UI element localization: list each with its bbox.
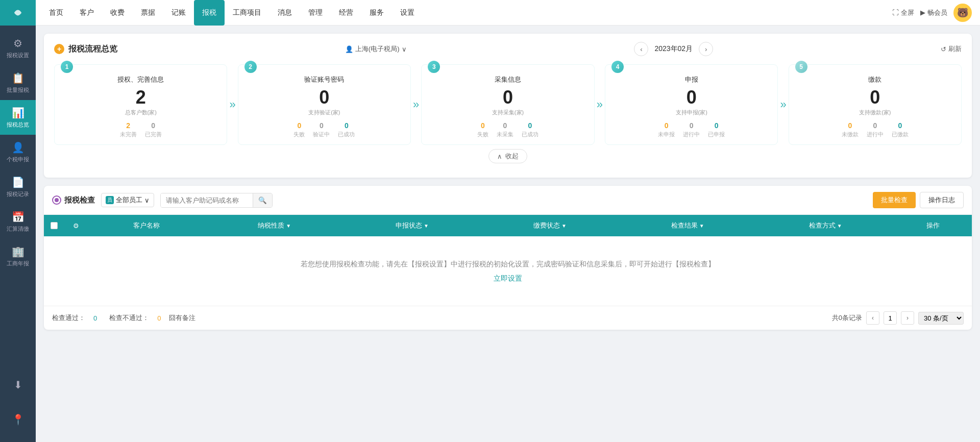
- sidebar-item-batch-tax[interactable]: 📋 批量报税: [0, 65, 36, 100]
- stat-item: 0 进行中: [867, 121, 884, 138]
- flow-step-3: 3 采集信息 0 支持采集(家) 0 失败 0 未采集: [421, 64, 594, 145]
- nav-operation[interactable]: 经营: [331, 0, 361, 26]
- current-page-input[interactable]: [884, 311, 897, 325]
- step-stats-2: 0 失败 0 验证中 0 已成功: [244, 121, 404, 138]
- step-stats-4: 0 未申报 0 进行中 0 已申报: [611, 121, 771, 138]
- nav-invoice[interactable]: 票据: [133, 0, 163, 26]
- main-content: + 报税流程总览 👤 上海(电子税局) ∨ ‹ 2023年02月 › ↺ 刷新: [36, 26, 980, 442]
- check-pass-value[interactable]: 0: [93, 314, 97, 322]
- plus-circle-icon: +: [54, 44, 64, 54]
- checkbox-header: [44, 215, 64, 236]
- app-logo: [0, 0, 36, 26]
- personal-tax-icon: 👤: [12, 141, 24, 154]
- sidebar-item-tax-overview[interactable]: 📊 报税总览: [0, 100, 36, 135]
- sidebar-item-tax-settings[interactable]: ⚙ 报税设置: [0, 31, 36, 65]
- step-subtitle-5: 支持缴款(家): [795, 109, 955, 116]
- vip-button[interactable]: ▶ 畅会员: [920, 8, 947, 17]
- filter-icon-4[interactable]: ▼: [699, 223, 704, 229]
- nav-manage[interactable]: 管理: [300, 0, 331, 26]
- nav-tax[interactable]: 报税: [194, 0, 225, 26]
- tax-check-header: 报税检查 员 全部员工 ∨ 🔍 批量检查 操作日志: [44, 186, 972, 215]
- filter-icon-1[interactable]: ▼: [286, 223, 291, 229]
- stat-item: 0 未采集: [497, 121, 513, 138]
- step-title-5: 缴款: [795, 75, 955, 84]
- stat-item: 0 已申报: [708, 121, 725, 138]
- stat-item: 0 验证中: [313, 121, 330, 138]
- refresh-button[interactable]: ↺ 刷新: [941, 44, 962, 54]
- check-fail-value[interactable]: 0: [157, 314, 161, 322]
- flow-step-1: 1 授权、完善信息 2 总客户数(家) 2 未完善 0 已完善: [54, 64, 227, 145]
- pagination: 共0条记录 ‹ › 30 条/页50 条/页100 条/页: [832, 311, 964, 325]
- nav-settings[interactable]: 设置: [392, 0, 423, 26]
- select-all-checkbox[interactable]: [51, 222, 58, 229]
- footer-left: 检查通过：0 检查不通过：0 囧有备注: [52, 313, 195, 323]
- table-body: 若您想使用报税检查功能，请先在【报税设置】中进行报税的初始化设置，完成密码验证和…: [44, 236, 972, 306]
- per-page-select[interactable]: 30 条/页50 条/页100 条/页: [918, 312, 964, 325]
- search-button[interactable]: 🔍: [253, 193, 272, 207]
- th-payment-status: 缴费状态 ▼: [481, 215, 619, 236]
- stat-item: 0 已缴款: [892, 121, 909, 138]
- filter-icon-2[interactable]: ▼: [424, 223, 429, 229]
- stat-label-uncomplete: 未完善: [120, 131, 137, 138]
- step-big-num-3: 0: [428, 88, 587, 107]
- flow-arrow-1: »: [227, 64, 237, 145]
- next-page-button[interactable]: ›: [901, 311, 914, 325]
- operation-log-button[interactable]: 操作日志: [920, 192, 964, 208]
- setup-link[interactable]: 立即设置: [494, 274, 522, 282]
- nav-service[interactable]: 服务: [361, 0, 392, 26]
- batch-check-button[interactable]: 批量检查: [873, 192, 916, 208]
- tax-record-icon: 📄: [12, 176, 24, 188]
- step-subtitle-3: 支持采集(家): [428, 109, 587, 116]
- th-check-result: 检查结果 ▼: [619, 215, 756, 236]
- step-title-2: 验证账号密码: [244, 75, 404, 84]
- prev-month-button[interactable]: ‹: [634, 42, 648, 56]
- filter-icon-3[interactable]: ▼: [561, 223, 567, 229]
- empty-state-cell: 若您想使用报税检查功能，请先在【报税设置】中进行报税的初始化设置，完成密码验证和…: [44, 236, 972, 306]
- stat-item: 0 未申报: [658, 121, 675, 138]
- chevron-down-icon: ∨: [144, 197, 150, 204]
- stat-num-complete: 0: [151, 121, 155, 130]
- user-avatar[interactable]: 🐻: [953, 4, 972, 22]
- check-fail-label: 检查不通过：: [109, 313, 149, 323]
- nav-accounting[interactable]: 记账: [163, 0, 194, 26]
- person-icon: 👤: [345, 45, 353, 53]
- nav-customer[interactable]: 客户: [71, 0, 102, 26]
- fullscreen-button[interactable]: ⛶ 全屏: [892, 8, 914, 17]
- collapse-button[interactable]: ∧ 收起: [488, 149, 527, 163]
- nav-home[interactable]: 首页: [41, 0, 71, 26]
- collapse-bar: ∧ 收起: [54, 145, 962, 167]
- prev-page-button[interactable]: ‹: [866, 311, 879, 325]
- step-number-3: 3: [428, 61, 440, 73]
- table-header: ⚙ 客户名称 纳税性质 ▼: [44, 215, 972, 236]
- sidebar-item-personal-tax[interactable]: 👤 个税申报: [0, 135, 36, 169]
- flow-steps: 1 授权、完善信息 2 总客户数(家) 2 未完善 0 已完善: [54, 64, 962, 145]
- stat-item: 0 失败: [293, 121, 305, 138]
- nav-message[interactable]: 消息: [270, 0, 300, 26]
- search-input[interactable]: [161, 193, 253, 207]
- stat-item: 0 失败: [477, 121, 488, 138]
- step-number-5: 5: [795, 61, 807, 73]
- sidebar-item-download[interactable]: ⬇: [0, 367, 36, 402]
- flow-arrow-3: »: [595, 64, 605, 145]
- stat-item: 0 已成功: [338, 121, 355, 138]
- stat-item: 0 已成功: [522, 121, 538, 138]
- filter-icon-5[interactable]: ▼: [837, 223, 842, 229]
- sidebar-item-settlement[interactable]: 📅 汇算清缴: [0, 204, 36, 239]
- flow-arrow-2: »: [411, 64, 421, 145]
- step-number-2: 2: [244, 61, 257, 73]
- nav-business[interactable]: 工商项目: [225, 0, 270, 26]
- sidebar-item-location[interactable]: 📍: [0, 402, 36, 437]
- step-title-3: 采集信息: [428, 75, 587, 84]
- empty-state: 若您想使用报税检查功能，请先在【报税设置】中进行报税的初始化设置，完成密码验证和…: [44, 236, 972, 306]
- nav-fee[interactable]: 收费: [102, 0, 133, 26]
- fullscreen-icon: ⛶: [892, 9, 899, 16]
- flow-arrow-4: »: [778, 64, 788, 145]
- gear-icon[interactable]: ⚙: [70, 220, 82, 231]
- sidebar-item-annual-report[interactable]: 🏢 工商年报: [0, 239, 36, 274]
- step-big-num-5: 0: [795, 88, 955, 107]
- location-badge[interactable]: 👤 上海(电子税局) ∨: [345, 44, 407, 54]
- next-month-button[interactable]: ›: [699, 42, 713, 56]
- play-icon: ▶: [920, 9, 925, 16]
- sidebar-item-tax-record[interactable]: 📄 报税记录: [0, 169, 36, 204]
- employee-filter-select[interactable]: 员 全部员工 ∨: [101, 193, 154, 207]
